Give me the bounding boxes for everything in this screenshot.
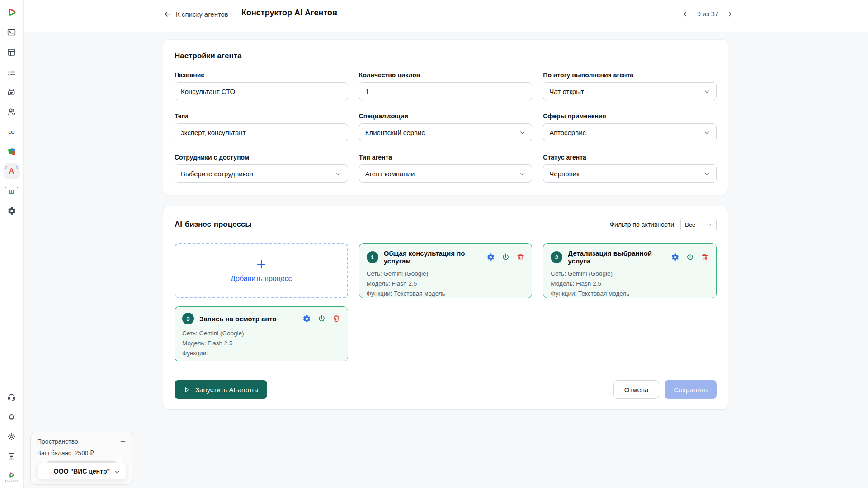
field-specializations: Специализации Клиентский сервис — [359, 113, 533, 141]
process-settings-button[interactable] — [486, 253, 495, 262]
process-functions: Функции: Текстовая модель — [551, 289, 709, 299]
sidebar: ∞ A ш — [0, 0, 24, 488]
process-delete-button[interactable] — [701, 253, 709, 261]
process-power-button[interactable] — [686, 253, 694, 262]
spheres-select[interactable]: Автосервис — [543, 123, 717, 141]
prev-page-button[interactable] — [681, 10, 689, 18]
plus-icon — [255, 258, 267, 270]
field-agent-type: Тип агента Агент компании — [359, 154, 533, 183]
process-title: Запись на осмотр авто — [199, 315, 297, 323]
filter-label: Фильтр по активности: — [609, 221, 676, 228]
name-input[interactable] — [175, 82, 348, 100]
process-title: Детализация выбранной услуги — [568, 249, 665, 265]
field-specializations-label: Специализации — [359, 113, 533, 120]
processes-card-title: AI-бизнес-процессы — [175, 220, 252, 229]
workspace-title: Пространство — [37, 438, 78, 445]
pagination: 9 из 37 — [681, 10, 734, 18]
field-on-complete-label: По итогу выполнения агента — [543, 71, 717, 79]
settings-form: Название Количество циклов По итогу выпо… — [175, 71, 717, 183]
process-power-button[interactable] — [317, 314, 326, 323]
field-spheres: Сферы применения Автосервис — [543, 113, 717, 141]
activity-filter: Фильтр по активности: Все — [609, 218, 717, 231]
page-counter: 9 из 37 — [697, 10, 718, 18]
add-workspace-button[interactable] — [119, 438, 127, 445]
tags-input[interactable] — [175, 123, 348, 141]
field-employees: Сотрудники с доступом Выберите сотрудник… — [175, 154, 348, 183]
bell-icon[interactable] — [4, 408, 20, 425]
agents-a-icon: A — [9, 168, 14, 175]
list-icon[interactable] — [4, 64, 20, 80]
process-title: Общая консультация по услугам — [384, 249, 481, 265]
users-icon[interactable] — [4, 103, 20, 120]
chevron-down-icon — [335, 170, 342, 177]
company-select[interactable]: ООО "ВИС центр" — [37, 463, 127, 480]
employees-select[interactable]: Выберите сотрудников — [175, 164, 348, 183]
cancel-button[interactable]: Отмена — [613, 380, 660, 399]
process-power-button[interactable] — [501, 253, 510, 262]
status-select[interactable]: Черновик — [543, 164, 717, 183]
field-tags: Теги — [175, 113, 348, 141]
process-settings-button[interactable] — [671, 253, 679, 262]
process-number-badge: 3 — [182, 313, 194, 324]
field-name-label: Название — [175, 71, 348, 79]
process-model: Модель: Flash 2.5 — [551, 279, 709, 289]
on-complete-select[interactable]: Чат открыт — [543, 82, 717, 100]
field-tags-label: Теги — [175, 113, 348, 120]
process-network: Сеть: Gemini (Google) — [551, 269, 709, 279]
cycles-input[interactable] — [359, 82, 533, 100]
field-status-label: Статус агента — [543, 154, 717, 161]
chevron-down-icon — [706, 222, 712, 228]
workspace-logo-icon[interactable]: ВИС центр — [4, 468, 20, 484]
add-process-label: Добавить процесс — [231, 275, 292, 283]
process-settings-button[interactable] — [302, 314, 311, 323]
process-number-badge: 2 — [551, 251, 562, 263]
ai-processes-card: AI-бизнес-процессы Фильтр по активности:… — [163, 206, 728, 409]
agent-settings-card: Настройки агента Название Количество цик… — [163, 40, 728, 195]
back-button[interactable]: К списку агентов — [163, 10, 228, 19]
balance-label: Ваш баланс: 2500 ₽ — [37, 449, 127, 456]
process-delete-button[interactable] — [516, 253, 524, 261]
library-icon[interactable] — [4, 143, 20, 160]
back-label: К списку агентов — [176, 10, 228, 18]
theme-sun-icon[interactable] — [4, 428, 20, 445]
process-network: Сеть: Gemini (Google) — [182, 328, 340, 338]
filter-select[interactable]: Все — [680, 218, 717, 231]
headset-icon[interactable] — [4, 389, 20, 405]
process-functions: Функции: — [182, 348, 340, 358]
process-grid: Добавить процесс 1 Общая консультация по… — [175, 243, 717, 361]
process-card-1: 1 Общая консультация по услугам Сеть: Ge… — [359, 243, 533, 298]
app-screen: ∞ A ш — [0, 0, 868, 488]
process-number-badge: 1 — [367, 251, 378, 263]
settings-gear-icon[interactable] — [4, 203, 20, 219]
chevron-down-icon — [703, 129, 710, 136]
agent-type-select[interactable]: Агент компании — [359, 164, 533, 183]
workspace-logo-caption: ВИС центр — [5, 480, 18, 482]
notes-icon[interactable] — [4, 448, 20, 465]
process-model: Модель: Flash 2.5 — [367, 279, 525, 289]
chevron-down-icon — [519, 129, 526, 136]
printer-icon[interactable] — [4, 84, 20, 100]
process-model: Модель: Flash 2.5 — [182, 338, 340, 348]
process-functions: Функции: Текстовая модель — [367, 289, 525, 299]
table-icon[interactable] — [4, 44, 20, 60]
specializations-select[interactable]: Клиентский сервис — [359, 123, 533, 141]
terminal-icon[interactable] — [4, 24, 20, 40]
process-delete-button[interactable] — [332, 314, 340, 323]
save-button[interactable]: Сохранить — [665, 380, 717, 399]
w-letter-icon[interactable]: ш — [4, 183, 20, 199]
add-process-button[interactable]: Добавить процесс — [175, 243, 348, 298]
infinity-icon[interactable]: ∞ — [4, 123, 20, 140]
page-title: Конструктор AI Агентов — [241, 8, 337, 18]
process-card-2: 2 Детализация выбранной услуги Сеть: Gem… — [543, 243, 717, 298]
process-network: Сеть: Gemini (Google) — [367, 269, 525, 279]
run-agent-button[interactable]: Запустить AI-агента — [175, 380, 267, 399]
chevron-down-icon — [703, 170, 710, 177]
next-page-button[interactable] — [726, 10, 734, 18]
field-cycles-label: Количество циклов — [359, 71, 533, 79]
topbar: К списку агентов Конструктор AI Агентов … — [24, 0, 868, 32]
field-name: Название — [175, 71, 348, 100]
sidebar-item-ai-agents[interactable]: A — [4, 163, 20, 179]
chevron-down-icon — [703, 88, 710, 95]
process-card-3: 3 Запись на осмотр авто Сеть: Gemini (Go… — [175, 306, 348, 361]
app-logo-icon[interactable] — [4, 4, 20, 20]
